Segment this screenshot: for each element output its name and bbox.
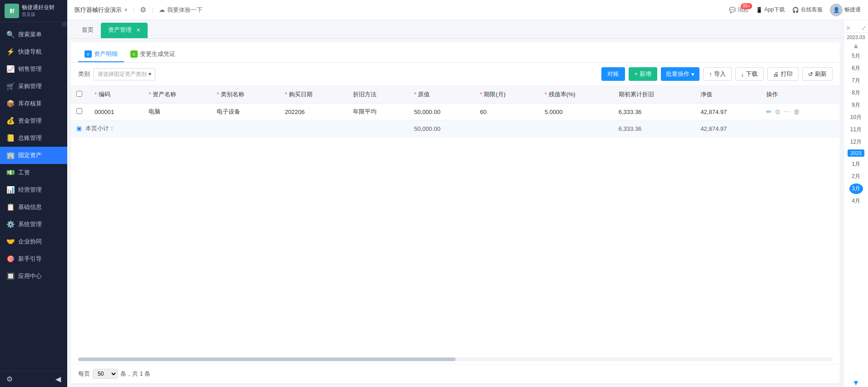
reconcile-btn[interactable]: 对账 bbox=[601, 67, 625, 81]
subtotal-residual-rate bbox=[539, 120, 613, 137]
th-residual-rate: 残值率(%) bbox=[539, 86, 613, 104]
sidebar-item-fixed-assets[interactable]: 🏢 固定资产 bbox=[0, 147, 67, 164]
asset-detail-tab-icon: ≡ bbox=[84, 50, 92, 58]
download-icon: ↓ bbox=[741, 71, 744, 78]
month-12[interactable]: 12月 bbox=[846, 136, 866, 148]
subtotal-original-value: 50,000.00 bbox=[409, 120, 475, 137]
sidebar-item-enterprise[interactable]: 🤝 企业协同 bbox=[0, 233, 67, 250]
filter-category-label: 类别 bbox=[78, 70, 90, 78]
row-checkbox[interactable] bbox=[76, 108, 82, 114]
collapse-icon[interactable]: ◀ bbox=[55, 375, 61, 383]
settings-icon[interactable]: ⚙ bbox=[6, 375, 13, 383]
sidebar-item-search[interactable]: 🔍 搜索菜单 bbox=[0, 26, 67, 43]
sub-tab-bar: ≡ 资产明细 ≡ 变更生成凭证 bbox=[71, 42, 840, 63]
row-initial-accumulated: 6,333.36 bbox=[613, 104, 695, 120]
th-code: 编码 bbox=[89, 86, 143, 104]
refresh-icon: ↺ bbox=[808, 71, 813, 78]
right-panel-down[interactable]: ▼ bbox=[853, 379, 860, 387]
tab-home[interactable]: 首页 bbox=[74, 23, 101, 38]
month-9[interactable]: 9月 bbox=[846, 99, 866, 111]
sidebar-item-app-center[interactable]: 🔲 应用中心 bbox=[0, 268, 67, 285]
filter-category-select[interactable]: 请选择固定资产类别 ▾ bbox=[94, 68, 155, 80]
more-icon[interactable]: ⋯ bbox=[784, 108, 790, 115]
row-code: 000001 bbox=[89, 104, 143, 120]
import-btn[interactable]: ↑ 导入 bbox=[703, 67, 732, 81]
app-logo: 财 bbox=[5, 4, 19, 18]
subtotal-initial-accumulated: 6,333.36 bbox=[613, 120, 695, 137]
month-10[interactable]: 10月 bbox=[846, 111, 866, 124]
month-6[interactable]: 6月 bbox=[846, 62, 866, 74]
edit-icon[interactable]: ✏ bbox=[766, 108, 772, 115]
right-panel-close-icon[interactable]: ✕ bbox=[846, 25, 851, 31]
sidebar-item-ops[interactable]: 📊 经营管理 bbox=[0, 181, 67, 198]
right-panel-up[interactable]: ▲ bbox=[853, 42, 860, 50]
tab-asset-mgmt[interactable]: 资产管理 ✕ bbox=[101, 23, 148, 38]
month-3-current[interactable]: 3月 bbox=[849, 184, 863, 194]
subtotal-label-cell: ▣ 本页小计： bbox=[71, 120, 409, 137]
customer-service-btn[interactable]: 🎧 在线客服 bbox=[792, 6, 823, 14]
topbar-gear-icon[interactable]: ⚙ bbox=[140, 5, 146, 14]
toolbar-right: 对账 + 新增 批量操作 ▾ ↑ 导入 bbox=[601, 67, 833, 81]
sidebar-item-inventory[interactable]: 📦 库存核算 bbox=[0, 95, 67, 112]
sidebar-item-base-info[interactable]: 📋 基础信息 bbox=[0, 198, 67, 216]
page-size-select[interactable]: 50 20 100 bbox=[93, 369, 118, 379]
app-edition: 普及版 bbox=[22, 11, 55, 18]
year-marker-2023: 2023 bbox=[848, 149, 864, 157]
horizontal-scrollbar-track[interactable] bbox=[78, 357, 833, 361]
topbar-separator: | bbox=[133, 6, 134, 13]
sidebar-item-guide[interactable]: 🎯 新手引导 bbox=[0, 250, 67, 268]
print-btn[interactable]: 🖨 打印 bbox=[767, 67, 799, 81]
subtotal-action bbox=[761, 120, 840, 137]
delete-icon[interactable]: 🗑 bbox=[794, 108, 800, 115]
messages-btn[interactable]: 💬 消息 99+ bbox=[729, 6, 749, 14]
download-btn[interactable]: ↓ 下载 bbox=[735, 67, 764, 81]
add-btn[interactable]: + 新增 bbox=[629, 67, 657, 81]
sidebar-item-salary[interactable]: 💵 工资 bbox=[0, 164, 67, 181]
month-5[interactable]: 5月 bbox=[846, 50, 866, 62]
th-name: 资产名称 bbox=[143, 86, 211, 104]
experience-btn[interactable]: ☁ 我要体验一下 bbox=[159, 6, 203, 14]
filter-dropdown-icon: ▾ bbox=[149, 71, 151, 77]
inventory-icon: 📦 bbox=[6, 99, 15, 108]
refresh-btn[interactable]: ↺ 刷新 bbox=[802, 67, 833, 81]
month-4[interactable]: 4月 bbox=[846, 195, 866, 207]
finance-icon: 💰 bbox=[6, 117, 15, 125]
row-category: 电子设备 bbox=[211, 104, 279, 120]
system-icon: ⚙️ bbox=[6, 220, 15, 228]
sidebar-item-ledger[interactable]: 📒 总账管理 bbox=[0, 129, 67, 147]
sidebar-header: 财 畅捷通好业财 普及版 bbox=[0, 0, 67, 22]
tab-close-icon[interactable]: ✕ bbox=[136, 27, 140, 33]
sidebar-item-quick-nav[interactable]: ⚡ 快捷导航 bbox=[0, 43, 67, 60]
right-panel: ✕ ⤢ 2023.03 ▲ 5月 6月 7月 8月 9月 10月 11月 12月… bbox=[843, 20, 868, 387]
sidebar-item-purchase[interactable]: 🛒 采购管理 bbox=[0, 78, 67, 95]
month-11[interactable]: 11月 bbox=[846, 124, 866, 136]
sidebar-item-finance[interactable]: 💰 资金管理 bbox=[0, 112, 67, 129]
sub-tab-asset-detail[interactable]: ≡ 资产明细 bbox=[78, 47, 124, 62]
month-2[interactable]: 2月 bbox=[846, 170, 866, 183]
user-area[interactable]: 👤 畅捷通 bbox=[830, 4, 861, 16]
month-7[interactable]: 7月 bbox=[846, 74, 866, 87]
service-icon: 🎧 bbox=[792, 7, 799, 13]
company-selector[interactable]: 医疗器械行业演示 ▾ bbox=[74, 6, 128, 14]
avatar: 👤 bbox=[830, 4, 843, 16]
row-checkbox-cell bbox=[71, 104, 89, 120]
row-residual-rate: 5.0000 bbox=[539, 104, 613, 120]
sub-tab-change-voucher[interactable]: ≡ 变更生成凭证 bbox=[124, 47, 182, 62]
sidebar-collapse-btn[interactable] bbox=[62, 21, 67, 27]
subtotal-period bbox=[475, 120, 539, 137]
month-1[interactable]: 1月 bbox=[846, 158, 866, 170]
fixed-assets-icon: 🏢 bbox=[6, 151, 15, 159]
sidebar-item-sales[interactable]: 📈 销售管理 bbox=[0, 60, 67, 78]
right-panel-expand-icon[interactable]: ⤢ bbox=[861, 25, 866, 31]
th-depreciation-method: 折旧方法 bbox=[347, 86, 409, 104]
sidebar-item-system[interactable]: ⚙️ 系统管理 bbox=[0, 216, 67, 233]
app-download-btn[interactable]: 📱 App下载 bbox=[756, 6, 785, 14]
copy-icon[interactable]: ⧉ bbox=[775, 108, 780, 116]
sidebar: 财 畅捷通好业财 普及版 🔍 搜索菜单 ⚡ 快捷导航 📈 销售管理 🛒 采购管理… bbox=[0, 0, 67, 387]
select-all-checkbox[interactable] bbox=[76, 91, 82, 97]
month-8[interactable]: 8月 bbox=[846, 87, 866, 99]
purchase-icon: 🛒 bbox=[6, 82, 15, 90]
sidebar-nav: 🔍 搜索菜单 ⚡ 快捷导航 📈 销售管理 🛒 采购管理 📦 库存核算 💰 资金管… bbox=[0, 26, 67, 371]
batch-btn[interactable]: 批量操作 ▾ bbox=[661, 67, 699, 81]
workspace: ≡ 资产明细 ≡ 变更生成凭证 类别 请选择固定资产类别 ▾ bbox=[71, 42, 840, 383]
